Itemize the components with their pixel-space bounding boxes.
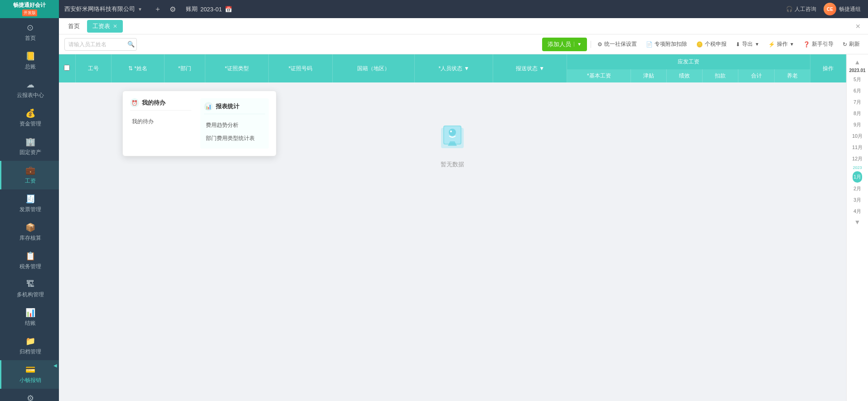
timeline-item-jun[interactable]: 6月 bbox=[847, 85, 868, 97]
fund-icon: 💰 bbox=[25, 108, 35, 118]
basic-settings-icon: ⚙ bbox=[27, 393, 34, 401]
search-icon[interactable]: 🔍 bbox=[127, 41, 135, 48]
th-total: 合计 bbox=[738, 69, 774, 82]
timeline-item-apr[interactable]: 4月 bbox=[847, 206, 868, 217]
user-avatar: CE bbox=[824, 3, 836, 15]
individual-tax-btn[interactable]: 🪙 个税申报 bbox=[693, 38, 729, 51]
search-box: 🔍 bbox=[64, 38, 137, 51]
popup-menu-item-dept-cost[interactable]: 部门费用类型统计表 bbox=[204, 132, 265, 145]
customer-service-btn[interactable]: 🎧 人工咨询 bbox=[786, 5, 816, 13]
settings-icon-btn[interactable]: ⚙ bbox=[168, 3, 178, 15]
sidebar-item-multi-org[interactable]: 🏗 多机构管理 bbox=[0, 275, 59, 303]
popup-menu-item-my-todo[interactable]: 我的待办 bbox=[130, 115, 191, 128]
select-all-checkbox[interactable] bbox=[64, 65, 70, 71]
th-job-number: 工号 bbox=[75, 54, 111, 82]
header-right: 🎧 人工咨询 CE 畅捷通组 bbox=[786, 3, 868, 15]
social-security-btn[interactable]: ⚙ 统一社保设置 bbox=[595, 38, 640, 51]
cloud-report-icon: ☁ bbox=[26, 80, 34, 90]
svg-point-4 bbox=[450, 130, 452, 132]
special-deduction-btn[interactable]: 📄 专项附加扣除 bbox=[643, 38, 690, 51]
timeline-item-sep[interactable]: 9月 bbox=[847, 119, 868, 130]
company-selector[interactable]: 西安虾米网络科技有限公司 ▼ bbox=[59, 0, 148, 18]
timeline-item-feb[interactable]: 2月 bbox=[847, 183, 868, 194]
table-header-row-1: 工号 ⇅ *姓名 *部门 *证照类型 *证照号码 国籍（地区） *人员状态 ▼ … bbox=[59, 54, 846, 69]
export-label: 导出 bbox=[742, 40, 753, 48]
add-person-button[interactable]: 添加人员 ▼ bbox=[542, 38, 587, 51]
popup-todo-title: ⏰ 我的待办 bbox=[130, 98, 191, 111]
refresh-btn[interactable]: ↻ 刷新 bbox=[840, 38, 863, 51]
timeline-year-header: 2023.01 bbox=[849, 67, 865, 74]
popup-row: ⏰ 我的待办 我的待办 📊 报表统计 费用趋势分析 部门费用类型统计表 bbox=[130, 98, 269, 149]
sidebar-label-multi-org: 多机构管理 bbox=[17, 291, 44, 299]
sidebar-item-inventory[interactable]: 📦 库存核算 bbox=[0, 218, 59, 246]
timeline-item-may[interactable]: 5月 bbox=[847, 74, 868, 85]
sidebar-label-inventory: 库存核算 bbox=[19, 234, 41, 242]
timeline-item-mar[interactable]: 3月 bbox=[847, 194, 868, 206]
sidebar-label-close-accounts: 结账 bbox=[25, 319, 36, 327]
special-deduction-icon: 📄 bbox=[646, 41, 653, 48]
user-info[interactable]: CE 畅捷通组 bbox=[824, 3, 861, 15]
tab-salary-close[interactable]: ✕ bbox=[113, 23, 117, 29]
th-performance: 绩效 bbox=[667, 69, 703, 82]
company-name: 西安虾米网络科技有限公司 bbox=[64, 5, 135, 13]
timeline-nav-down[interactable]: ▼ bbox=[853, 217, 862, 227]
collapse-arrow: ◀ bbox=[53, 363, 57, 368]
todo-icon: ⏰ bbox=[130, 98, 139, 107]
ledger-icon: 📒 bbox=[25, 51, 35, 61]
sidebar-label-tax: 税务管理 bbox=[19, 263, 41, 271]
close-all-tabs-btn[interactable]: ✕ bbox=[852, 21, 864, 32]
sidebar-item-close-accounts[interactable]: 📊 结账 bbox=[0, 303, 59, 332]
operations-icon: ⚡ bbox=[768, 41, 775, 48]
popup-report-label: 报表统计 bbox=[216, 102, 239, 111]
logo-badge: 开发版 bbox=[22, 10, 37, 16]
calendar-icon[interactable]: 📅 bbox=[225, 6, 232, 13]
sidebar-item-expense[interactable]: 💳 小畅报销 ◀ bbox=[0, 360, 59, 389]
customer-service-label: 人工咨询 bbox=[795, 5, 816, 13]
sidebar-item-fund[interactable]: 💰 资金管理 bbox=[0, 104, 59, 132]
invoice-icon: 🧾 bbox=[25, 194, 35, 204]
sidebar-label-archive: 归档管理 bbox=[19, 348, 41, 356]
th-id-type: *证照类型 bbox=[205, 54, 269, 82]
individual-tax-label: 个税申报 bbox=[705, 40, 727, 48]
th-pension: 养老 bbox=[774, 69, 810, 82]
sidebar-item-ledger[interactable]: 📒 总账 bbox=[0, 47, 59, 75]
sidebar-item-archive[interactable]: 📁 归档管理 bbox=[0, 332, 59, 360]
fixed-assets-icon: 🏢 bbox=[25, 137, 35, 147]
new-guide-btn[interactable]: ❓ 新手引导 bbox=[800, 38, 836, 51]
new-guide-toolbar-label: 新手引导 bbox=[812, 40, 834, 48]
timeline-item-jan[interactable]: 1月 bbox=[853, 171, 862, 183]
new-guide-toolbar-icon: ❓ bbox=[803, 41, 810, 48]
sidebar-item-cloud-report[interactable]: ☁ 云报表中心 bbox=[0, 75, 59, 104]
timeline-item-nov[interactable]: 11月 bbox=[847, 142, 868, 153]
timeline-item-dec[interactable]: 12月 bbox=[847, 153, 868, 164]
tax-icon: 📋 bbox=[25, 251, 35, 261]
operations-btn[interactable]: ⚡ 操作 ▼ bbox=[766, 38, 797, 51]
right-timeline: ▲ 2023.01 5月 6月 7月 8月 9月 10月 11月 12月 202… bbox=[846, 54, 868, 401]
sidebar-item-tax[interactable]: 📋 税务管理 bbox=[0, 246, 59, 275]
export-btn[interactable]: ⬇ 导出 ▼ bbox=[733, 38, 762, 51]
sidebar-item-home[interactable]: ⊙ 首页 bbox=[0, 18, 59, 47]
sidebar-label-invoice: 发票管理 bbox=[19, 206, 41, 213]
sidebar-item-invoice[interactable]: 🧾 发票管理 bbox=[0, 189, 59, 218]
popup-col-report: 📊 报表统计 费用趋势分析 部门费用类型统计表 bbox=[200, 98, 269, 149]
timeline-item-oct[interactable]: 10月 bbox=[847, 130, 868, 142]
th-report-status: 报送状态 ▼ bbox=[493, 54, 567, 82]
tab-salary[interactable]: 工资表 ✕ bbox=[87, 20, 123, 33]
timeline-item-jul[interactable]: 7月 bbox=[847, 97, 868, 108]
sidebar-label-fixed-assets: 固定资产 bbox=[19, 149, 41, 156]
special-deduction-label: 专项附加扣除 bbox=[655, 40, 687, 48]
timeline-nav-up[interactable]: ▲ bbox=[853, 57, 862, 67]
sidebar-item-salary[interactable]: 💼 工资 bbox=[0, 161, 59, 189]
search-input[interactable] bbox=[68, 41, 127, 48]
popup-menu-item-cost-trend[interactable]: 费用趋势分析 bbox=[204, 119, 265, 132]
timeline-item-aug[interactable]: 8月 bbox=[847, 108, 868, 119]
sidebar-item-fixed-assets[interactable]: 🏢 固定资产 bbox=[0, 132, 59, 161]
tab-home[interactable]: 首页 bbox=[63, 20, 85, 33]
top-header: 畅捷通好会计 开发版 西安虾米网络科技有限公司 ▼ ＋ ⚙ 账期 2023-01… bbox=[0, 0, 868, 18]
sidebar-submenu-popup: ⏰ 我的待办 我的待办 📊 报表统计 费用趋势分析 部门费用类型统计表 bbox=[122, 91, 276, 156]
sidebar-item-basic-settings[interactable]: ⚙ 基础设置 bbox=[0, 389, 59, 401]
report-icon: 📊 bbox=[204, 102, 213, 111]
sidebar: ⊙ 首页 📒 总账 ☁ 云报表中心 💰 资金管理 🏢 固定资产 💼 工资 🧾 发… bbox=[0, 18, 59, 401]
empty-text: 暂无数据 bbox=[441, 160, 464, 169]
add-icon-btn[interactable]: ＋ bbox=[152, 3, 163, 16]
